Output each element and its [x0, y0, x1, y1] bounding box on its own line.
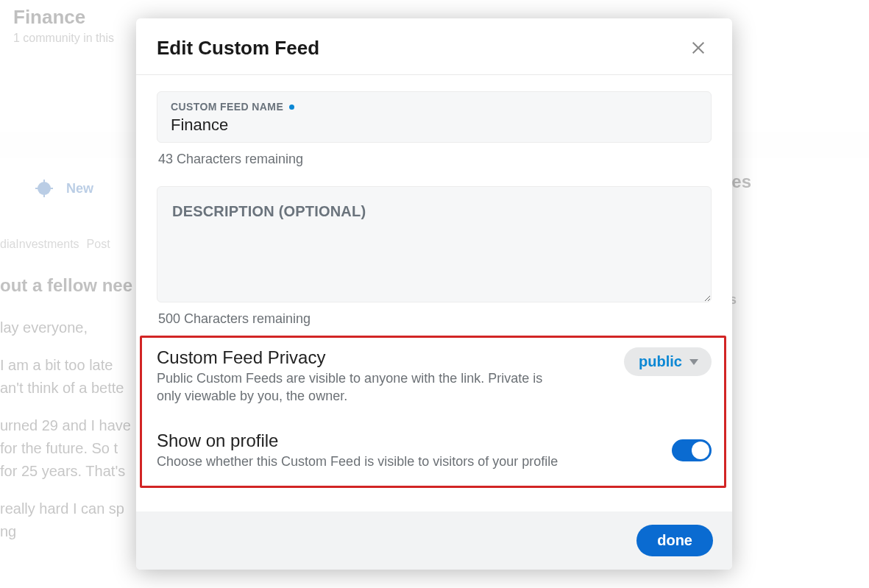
privacy-dropdown[interactable]: public	[624, 347, 712, 376]
close-icon	[690, 40, 706, 56]
toggle-knob-icon	[692, 442, 709, 459]
show-on-profile-row: Show on profile Choose whether this Cust…	[157, 431, 712, 470]
show-on-profile-description: Choose whether this Custom Feed is visib…	[157, 453, 558, 470]
modal-footer: done	[136, 511, 732, 570]
close-button[interactable]	[685, 35, 712, 61]
modal-title: Edit Custom Feed	[157, 37, 319, 60]
description-field[interactable]	[157, 186, 712, 302]
modal-header: Edit Custom Feed	[136, 18, 732, 75]
show-on-profile-heading: Show on profile	[157, 431, 558, 451]
privacy-heading: Custom Feed Privacy	[157, 347, 569, 368]
edit-custom-feed-modal: Edit Custom Feed CUSTOM FEED NAME 43 Cha…	[136, 18, 732, 570]
feed-name-input[interactable]	[171, 113, 698, 135]
description-remaining: 500 Characters remaining	[158, 311, 710, 327]
privacy-value: public	[639, 353, 682, 370]
chevron-down-icon	[689, 359, 698, 365]
done-button[interactable]: done	[636, 525, 713, 556]
modal-body: CUSTOM FEED NAME 43 Characters remaining…	[136, 75, 732, 511]
feed-name-remaining: 43 Characters remaining	[158, 152, 710, 167]
privacy-description: Public Custom Feeds are visible to anyon…	[157, 369, 569, 405]
feed-name-label: CUSTOM FEED NAME	[171, 101, 698, 113]
show-on-profile-toggle[interactable]	[672, 439, 712, 461]
required-dot-icon	[289, 105, 294, 110]
privacy-row: Custom Feed Privacy Public Custom Feeds …	[157, 347, 712, 405]
description-input[interactable]	[157, 187, 711, 302]
feed-name-field[interactable]: CUSTOM FEED NAME	[157, 91, 712, 143]
